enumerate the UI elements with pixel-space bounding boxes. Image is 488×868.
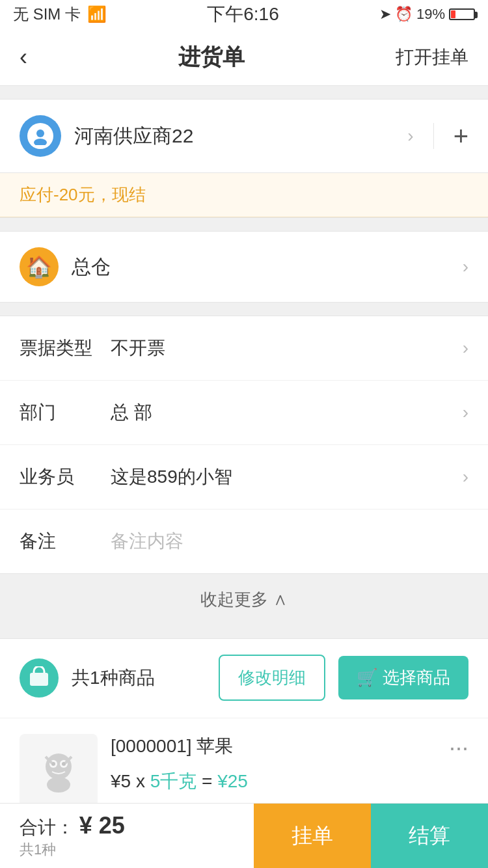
gap-1 <box>0 86 488 99</box>
product-info: [0000001] 苹果 ¥5 x 5千克 = ¥25 <box>111 734 442 794</box>
product-quantity[interactable]: 5千克 <box>150 771 197 791</box>
product-icon <box>20 658 59 698</box>
salesperson-row[interactable]: 业务员 这是859的小智 › <box>0 445 488 509</box>
salesperson-label: 业务员 <box>20 465 98 489</box>
product-header: 共1种商品 修改明细 🛒 选择商品 <box>0 639 488 716</box>
product-total: ¥25 <box>217 771 248 791</box>
carrier-text: 无 SIM 卡 <box>13 4 81 25</box>
product-code: [0000001] <box>111 736 192 756</box>
status-time: 下午6:16 <box>207 2 279 27</box>
back-button[interactable]: ‹ <box>20 44 27 71</box>
invoice-type-chevron-icon: › <box>463 338 468 359</box>
total-section: 合计： ¥ 25 共1种 <box>0 804 254 868</box>
select-product-label: 选择商品 <box>383 666 450 689</box>
department-row[interactable]: 部门 总 部 › <box>0 381 488 445</box>
battery-icon <box>449 8 475 20</box>
warehouse-building-icon: 🏠 <box>26 254 52 279</box>
hang-button[interactable]: 挂单 <box>254 804 371 868</box>
status-right: ➤ ⏰ 19% <box>379 6 475 23</box>
supplier-name: 河南供应商22 <box>74 123 407 150</box>
gap-2 <box>0 218 488 231</box>
battery-text: 19% <box>416 6 445 23</box>
total-line: 合计： ¥ 25 <box>20 812 234 840</box>
collapse-label: 收起更多 ∧ <box>200 588 287 611</box>
open-hang-button[interactable]: 打开挂单 <box>396 45 468 70</box>
cart-icon: 🛒 <box>357 668 377 688</box>
remark-value[interactable]: 备注内容 <box>98 529 468 554</box>
page-title: 进货单 <box>178 42 245 72</box>
remark-row[interactable]: 备注 备注内容 <box>0 509 488 573</box>
total-amount: ¥ 25 <box>79 812 125 839</box>
product-thumbnail <box>20 734 98 812</box>
supplier-section: 河南供应商22 › + 应付-20元，现结 <box>0 99 488 218</box>
invoice-type-label: 票据类型 <box>20 336 98 360</box>
salesperson-chevron-icon: › <box>463 467 468 487</box>
alarm-icon: ⏰ <box>395 6 413 23</box>
nav-bar: ‹ 进货单 打开挂单 <box>0 29 488 86</box>
supplier-chevron-icon: › <box>407 126 413 146</box>
warehouse-name: 总仓 <box>72 254 463 280</box>
department-label: 部门 <box>20 400 98 425</box>
select-product-button[interactable]: 🛒 选择商品 <box>338 656 468 699</box>
wifi-icon: 📶 <box>87 5 107 23</box>
supplier-row[interactable]: 河南供应商22 › + <box>0 100 488 173</box>
department-value: 总 部 <box>98 400 463 425</box>
product-multiply: x <box>136 771 150 791</box>
bottom-bar: 合计： ¥ 25 共1种 挂单 结算 <box>0 803 488 868</box>
warehouse-chevron-icon: › <box>463 256 468 277</box>
supplier-avatar <box>20 115 61 157</box>
status-left: 无 SIM 卡 📶 <box>13 4 107 25</box>
product-price: ¥5 x 5千克 = ¥25 <box>111 769 442 794</box>
invoice-type-value: 不开票 <box>98 336 463 360</box>
product-menu-button[interactable]: ··· <box>442 734 468 761</box>
product-count: 共1种商品 <box>72 666 206 690</box>
department-chevron-icon: › <box>463 402 468 423</box>
warehouse-row[interactable]: 🏠 总仓 › <box>0 232 488 302</box>
total-count: 共1种 <box>20 840 234 860</box>
gap-4 <box>0 625 488 638</box>
product-unit-price: ¥5 <box>111 771 131 791</box>
add-supplier-button[interactable]: + <box>433 123 468 149</box>
svg-point-1 <box>34 139 47 145</box>
remark-label: 备注 <box>20 529 98 554</box>
invoice-type-row[interactable]: 票据类型 不开票 › <box>0 316 488 381</box>
status-bar: 无 SIM 卡 📶 下午6:16 ➤ ⏰ 19% <box>0 0 488 29</box>
warehouse-section[interactable]: 🏠 总仓 › <box>0 231 488 303</box>
location-icon: ➤ <box>379 6 391 23</box>
product-name: [0000001] 苹果 <box>111 734 442 759</box>
supplier-notice: 应付-20元，现结 <box>0 173 488 217</box>
svg-point-3 <box>46 753 72 780</box>
edit-detail-button[interactable]: 修改明细 <box>219 655 325 701</box>
salesperson-value: 这是859的小智 <box>98 465 463 489</box>
gap-3 <box>0 303 488 316</box>
product-section: 共1种商品 修改明细 🛒 选择商品 <box>0 638 488 828</box>
warehouse-icon: 🏠 <box>20 247 59 286</box>
svg-point-0 <box>36 129 44 137</box>
checkout-button[interactable]: 结算 <box>371 804 488 868</box>
total-label: 合计： <box>20 817 74 837</box>
svg-rect-2 <box>30 673 48 686</box>
svg-point-8 <box>47 777 70 793</box>
collapse-button[interactable]: 收起更多 ∧ <box>0 574 488 625</box>
product-title: 苹果 <box>197 736 233 756</box>
product-equals: = <box>202 771 217 791</box>
form-section: 票据类型 不开票 › 部门 总 部 › 业务员 这是859的小智 › 备注 备注… <box>0 316 488 574</box>
